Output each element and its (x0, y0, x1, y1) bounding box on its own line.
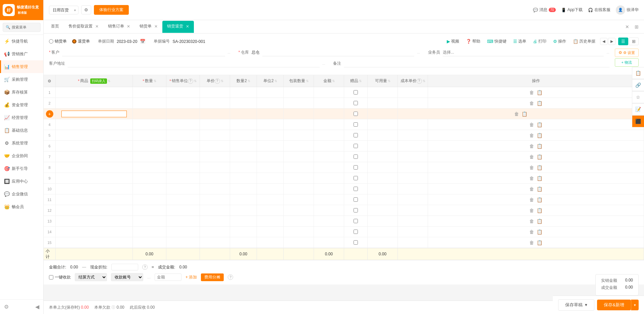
radio-sale-input[interactable] (49, 39, 53, 44)
row-4-price[interactable] (200, 119, 230, 130)
row-2-gift[interactable] (344, 98, 368, 108)
save-new-btn[interactable]: 保存&新增 (597, 300, 631, 310)
row-3-amount[interactable] (314, 109, 344, 119)
row-1-unit2[interactable] (257, 87, 284, 98)
row-14-delete-btn[interactable]: 🗑 (528, 229, 535, 235)
radio-sale[interactable]: 销货单 (49, 39, 67, 44)
col-pkg[interactable]: 包装数量 ⇅ (284, 75, 314, 87)
row-6-copy-btn[interactable]: 📋 (535, 143, 544, 149)
settings-btn[interactable]: ⚙ ⚙ 设置 (615, 49, 639, 57)
row-4-product[interactable] (56, 119, 133, 130)
sidebar-item-app[interactable]: 🔲 应用中心 (0, 175, 43, 188)
list-view-btn[interactable]: ☰ (618, 38, 628, 45)
row-4-delete-btn[interactable]: 🗑 (528, 121, 535, 128)
category-select-wrap[interactable]: 日用百货 (49, 6, 78, 14)
address-dots[interactable]: ... (322, 62, 325, 65)
account-select[interactable]: 收款账号 (111, 273, 143, 281)
row-3-delete-btn[interactable]: 🗑 (513, 111, 520, 117)
row-1-pkg[interactable] (284, 87, 314, 98)
row-4-gift[interactable] (344, 119, 368, 130)
row-2-gift-checkbox[interactable] (354, 101, 358, 105)
row-2-unit2[interactable] (257, 98, 284, 108)
row-9-copy-btn[interactable]: 📋 (535, 175, 544, 182)
col-price[interactable]: 单价 ? ⇅ (200, 75, 230, 87)
row-2-cost[interactable] (398, 98, 428, 108)
row-5-delete-btn[interactable]: 🗑 (528, 132, 535, 139)
row-7-delete-btn[interactable]: 🗑 (528, 153, 535, 160)
unit-help-icon[interactable]: ? (188, 78, 193, 84)
row-3-product[interactable] (56, 109, 133, 119)
row-1-gift-checkbox[interactable] (354, 90, 358, 95)
row-2-delete-btn[interactable]: 🗑 (528, 100, 535, 107)
row-2-product[interactable] (56, 98, 133, 108)
customer-input[interactable] (62, 49, 225, 56)
row-1-qty2[interactable] (230, 87, 257, 98)
tab-close-all-btn[interactable]: ✕ (623, 24, 632, 29)
one-click-payment[interactable]: 一键收款 (49, 274, 71, 280)
select-btn[interactable]: ☰ 选单 (511, 38, 528, 45)
tab-sale-out[interactable]: 销货单 ✕ (135, 20, 162, 34)
row-3-qty[interactable] (133, 109, 166, 119)
sidebar-item-member[interactable]: 👑 畅会员 (0, 200, 43, 213)
row-3-available[interactable] (368, 109, 398, 119)
col-gift[interactable]: 赠品 ⇅ (344, 75, 368, 87)
sidebar-item-collab[interactable]: 🤝 企业协同 (0, 149, 43, 162)
col-cost[interactable]: 成本单价 ? ⇅ (398, 75, 428, 87)
row-13-copy-btn[interactable]: 📋 (535, 218, 544, 225)
row-13-delete-btn[interactable]: 🗑 (528, 218, 535, 225)
save-new-dropdown-btn[interactable]: ▾ (631, 300, 639, 310)
row-15-delete-btn[interactable]: 🗑 (528, 239, 535, 246)
settlement-select[interactable]: 结算方式 (75, 273, 107, 281)
logistics-btn[interactable]: + 物流 (615, 58, 639, 67)
sidebar-item-quick-nav[interactable]: ⚡ 快捷导航 (0, 35, 43, 48)
help-btn[interactable]: ❓ 帮助 (464, 38, 482, 45)
col-gear[interactable]: ⚙ (44, 75, 56, 87)
shortcut-btn[interactable]: ⌨ 快捷键 (485, 38, 508, 45)
history-btn[interactable]: 📋 历史单据 (571, 38, 597, 45)
salesperson-input[interactable] (443, 49, 604, 56)
row-3-gift[interactable] (344, 109, 368, 119)
tab-sale-price[interactable]: 售价提取设置 ✕ (64, 20, 103, 34)
col-available[interactable]: 可用量 ⇅ (368, 75, 398, 87)
row-3-pkg[interactable] (284, 109, 314, 119)
sidebar-item-system[interactable]: ⚙ 系统管理 (0, 137, 43, 149)
message-item[interactable]: 💬 消息 70 (533, 7, 556, 13)
col-unit2[interactable]: 单位2 ⇅ (257, 75, 284, 87)
col-product[interactable]: * 商品 扫码录入 ⇅ (56, 75, 133, 87)
row-1-copy-btn[interactable]: 📋 (535, 89, 544, 96)
row-4-gift-checkbox[interactable] (354, 122, 358, 127)
category-select[interactable]: 日用百货 (49, 6, 78, 14)
row-2-available[interactable] (368, 98, 398, 108)
grid-view-btn[interactable]: ⊞ (629, 38, 639, 45)
price-help-icon[interactable]: ? (215, 78, 220, 84)
float-active-icon[interactable]: ⬛ (632, 115, 644, 127)
row-2-qty2[interactable] (230, 98, 257, 108)
payment-amount-input[interactable] (155, 273, 181, 281)
sidebar-item-basic[interactable]: 📋 基础信息 (0, 124, 43, 137)
row-5-copy-btn[interactable]: 📋 (535, 132, 544, 139)
row-2-copy-btn[interactable]: 📋 (535, 100, 544, 107)
row-9-delete-btn[interactable]: 🗑 (528, 175, 535, 182)
row-4-qty2[interactable] (230, 119, 257, 130)
sidebar-item-marketing[interactable]: 📢 营销推广 (0, 48, 43, 60)
sidebar-search[interactable]: 🔍 搜索菜单 (0, 20, 43, 35)
row-15-copy-btn[interactable]: 📋 (535, 239, 544, 246)
row-11-copy-btn[interactable]: 📋 (535, 196, 544, 203)
tab-menu-btn[interactable]: ⊞ (632, 24, 641, 29)
row-1-qty[interactable] (133, 87, 166, 98)
discount-input[interactable] (111, 264, 138, 270)
sidebar-item-purchase[interactable]: 🛒 采购管理 (0, 73, 43, 86)
sidebar-item-guide[interactable]: 🎯 新手引导 (0, 162, 43, 175)
row-8-delete-btn[interactable]: 🗑 (528, 164, 535, 171)
row-1-available[interactable] (368, 87, 398, 98)
warehouse-dots[interactable]: ... (417, 51, 420, 54)
tab-sale-out-close[interactable]: ✕ (154, 24, 158, 29)
discount-help-icon[interactable]: ? (142, 264, 148, 270)
sidebar-item-finance[interactable]: 💰 资金管理 (0, 99, 43, 111)
row-3-add[interactable]: + (44, 109, 56, 119)
col-qty[interactable]: * 数量 ⇅ (133, 75, 166, 87)
row-3-unit2[interactable] (257, 109, 284, 119)
notes-input[interactable] (344, 60, 609, 67)
online-service-item[interactable]: 🎧 在线客服 (588, 7, 610, 13)
tab-sale-return-close[interactable]: ✕ (186, 24, 189, 29)
